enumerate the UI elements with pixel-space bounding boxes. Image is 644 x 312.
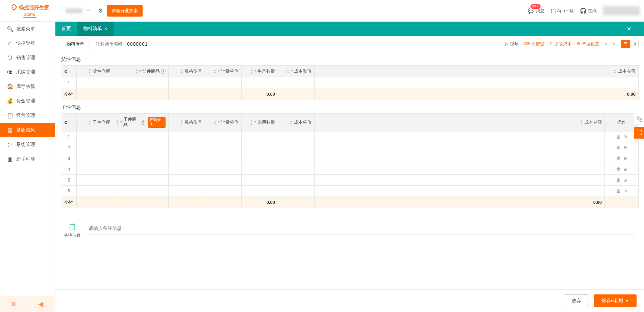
add-row-icon[interactable]: ⊕ [623,145,627,150]
cell-child-qty[interactable] [242,142,278,153]
expand-button[interactable]: ⛶ [634,127,644,139]
cell-child-qty[interactable] [242,164,278,175]
delete-row-icon[interactable]: 🗑 [616,177,621,183]
cell-child-unit-cost[interactable] [278,153,315,164]
cell-child-warehouse[interactable] [77,131,113,142]
col-child-product[interactable]: ▲▼*子件商品?扫码录入 [113,114,169,131]
attachment-button[interactable]: 📎 [634,113,644,124]
remark-input[interactable] [87,222,635,235]
next-doc-button[interactable]: ▸ [613,41,616,46]
column-config-icon[interactable]: ⚙ [61,66,77,77]
child-table-row[interactable]: 4🗑⊕ [61,164,639,175]
cell-child-unit-cost[interactable] [278,164,315,175]
tabs-close-all-icon[interactable]: ✕ [627,26,631,32]
messages-button[interactable]: 99 + 💬 消息 [528,7,545,14]
cell-parent-amount[interactable] [315,77,639,88]
cell-parent-cost-method[interactable] [278,77,315,88]
delete-row-icon[interactable]: 🗑 [616,167,621,172]
extract-cost-link[interactable]: ⇪提取成本 [549,41,572,47]
sidebar-item-search[interactable]: 🔍搜索菜单 [0,22,55,36]
child-table-row[interactable]: 5🗑⊕ [61,175,639,186]
sidebar-item-quicknav[interactable]: ⌂快捷导航 [0,36,55,50]
col-parent-product[interactable]: ▲▼*父件商品? [113,66,169,77]
col-child-amount[interactable]: ▲▼成本金额 [315,114,605,131]
sidebar-item-purchase[interactable]: 🛍采购管理 [0,65,55,79]
cell-child-product[interactable] [113,186,169,196]
company-selector[interactable]: ﹀ [62,6,94,15]
col-child-qty[interactable]: ▲▼*需用数量 [242,114,278,131]
cell-child-amount[interactable] [315,142,605,153]
cell-child-unit[interactable] [205,175,242,186]
sidebar-collapse-icon[interactable]: ◂▮ [38,301,44,307]
cell-child-unit[interactable] [205,142,242,153]
cell-child-amount[interactable] [315,175,605,186]
col-child-unit[interactable]: ▲▼*计量单位 [205,114,242,131]
col-parent-spec[interactable]: ▲▼规格型号 [169,66,205,77]
col-child-spec[interactable]: ▲▼规格型号 [169,114,205,131]
cell-child-unit[interactable] [205,164,242,175]
tab-bom[interactable]: 物料清单 ✕ [77,22,114,36]
col-parent-cost-method[interactable]: ▲▼*成本取值 [278,66,315,77]
cell-child-unit-cost[interactable] [278,175,315,186]
cell-child-qty[interactable] [242,153,278,164]
cell-child-unit[interactable] [205,153,242,164]
online-support-button[interactable]: 🎧 在线 [580,7,597,14]
cell-child-amount[interactable] [315,186,605,196]
child-table-row[interactable]: 3🗑⊕ [61,153,639,164]
scan-input-badge[interactable]: 扫码录入 [148,117,166,128]
prev-doc-button[interactable]: ◂ [604,41,608,46]
tab-home[interactable]: 首页 [55,22,77,36]
cell-child-qty[interactable] [242,131,278,142]
cell-parent-product[interactable] [113,77,169,88]
col-child-warehouse[interactable]: ▲▼子件仓库 [77,114,113,131]
view-list-button[interactable]: ☰ [621,40,630,48]
add-row-icon[interactable]: ⊕ [623,177,627,183]
delete-row-icon[interactable]: 🗑 [616,156,621,161]
cell-child-amount[interactable] [315,164,605,175]
sidebar-item-basic-info[interactable]: ▤基础信息 [0,123,55,137]
cell-child-unit-cost[interactable] [278,186,315,196]
cell-child-spec[interactable] [169,142,205,153]
app-download-button[interactable]: ▢ App下载 [551,7,574,14]
cell-child-product[interactable] [113,164,169,175]
col-parent-qty[interactable]: ▲▼*生产数量 [242,66,278,77]
cell-parent-unit[interactable] [205,77,242,88]
cell-child-amount[interactable] [315,153,605,164]
cell-parent-warehouse[interactable] [77,77,113,88]
cell-child-spec[interactable] [169,164,205,175]
sidebar-settings-icon[interactable]: ⚙ [11,301,16,307]
cell-child-unit[interactable] [205,186,242,196]
doc-settings-link[interactable]: ⚙单据设置 [576,41,599,47]
cell-child-spec[interactable] [169,175,205,186]
cell-child-warehouse[interactable] [77,164,113,175]
cell-child-warehouse[interactable] [77,153,113,164]
cell-child-unit[interactable] [205,131,242,142]
cell-parent-qty[interactable] [242,77,278,88]
add-row-icon[interactable]: ⊕ [623,188,627,193]
column-config-icon[interactable]: ⚙ [61,114,77,131]
cell-child-unit-cost[interactable] [278,131,315,142]
child-table-row[interactable]: 6🗑⊕ [61,186,639,196]
child-table-row[interactable]: 1🗑⊕ [61,131,639,142]
cell-child-warehouse[interactable] [77,175,113,186]
col-child-unit-cost[interactable]: ▲▼成本单价 [278,114,315,131]
company-settings-icon[interactable]: ⚙ [98,7,103,14]
help-icon[interactable]: ? [141,120,145,125]
cell-child-unit-cost[interactable] [278,142,315,153]
shortcut-link[interactable]: ⌨快捷键 [523,41,544,47]
child-table-row[interactable]: 2🗑⊕ [61,142,639,153]
add-row-icon[interactable]: ⊕ [623,156,627,161]
cell-child-product[interactable] [113,142,169,153]
sidebar-item-inventory[interactable]: 🏠库存核算 [0,79,55,94]
delete-row-icon[interactable]: 🗑 [616,134,621,139]
add-row-icon[interactable]: ⊕ [623,167,627,172]
cell-child-warehouse[interactable] [77,186,113,196]
sidebar-item-guide[interactable]: ▣新手引导 [0,152,55,166]
save-and-new-button[interactable]: 保存&新增 ▼ [594,294,637,307]
delete-row-icon[interactable]: 🗑 [616,145,621,150]
sidebar-item-system[interactable]: ◌系统管理 [0,137,55,152]
col-parent-warehouse[interactable]: ▲▼父件仓库 [77,66,113,77]
help-icon[interactable]: ? [161,69,166,74]
cell-child-spec[interactable] [169,131,205,142]
delete-row-icon[interactable]: 🗑 [616,188,621,193]
